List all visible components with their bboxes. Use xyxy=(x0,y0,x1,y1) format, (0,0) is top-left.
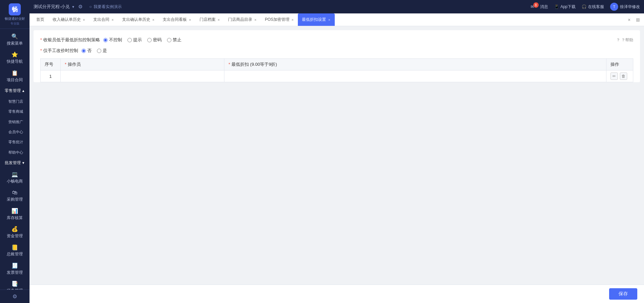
tab-store-catalog[interactable]: 门店商品目录 × xyxy=(224,13,261,26)
help-link[interactable]: ？ ？帮助 xyxy=(616,37,633,43)
tab-menu-icon[interactable]: ⊞ xyxy=(635,16,641,23)
tab-min-discount[interactable]: 最低折扣设置 × xyxy=(298,13,334,26)
sidebar-item-search[interactable]: 🔍 搜索菜单 xyxy=(0,31,30,49)
tabbar-actions: × ⊞ xyxy=(627,16,641,23)
discount-option-no-control[interactable]: 不控制 xyxy=(103,37,122,43)
sidebar-item-wholesale[interactable]: 批发管理 ▼ xyxy=(0,157,30,168)
user-menu[interactable]: T 徐泽华修改 xyxy=(610,3,640,11)
sidebar-item-member[interactable]: 会员中心 xyxy=(0,127,30,137)
sidebar-item-tax[interactable]: 📑 税务管理 xyxy=(0,278,30,290)
sidebar-bottom: ⚙ xyxy=(0,290,30,303)
topbar-right: ✉ 8 消息 📱 App下载 🎧 在线客服 T 徐泽华修改 xyxy=(531,3,640,11)
sidebar-item-help[interactable]: 帮助中心 xyxy=(0,147,30,157)
tab-home[interactable]: 首页 xyxy=(32,13,49,26)
topbar-settings-btn[interactable]: ⚙ xyxy=(78,4,83,10)
tab-close-icon[interactable]: × xyxy=(291,18,293,22)
project-icon: 📋 xyxy=(11,70,18,77)
retail-expand-arrow: ▲ xyxy=(22,89,25,93)
manual-option-yes[interactable]: 是 xyxy=(97,48,107,54)
cell-operator xyxy=(61,70,224,82)
app-logo-icon: 畅 xyxy=(9,3,21,15)
wholesale-expand-arrow: ▼ xyxy=(22,161,25,165)
col-seq: 序号 xyxy=(41,59,61,70)
main-content: 测试分开完程-小兑 ▼ ⚙ ○ 我要看实例演示 ✉ 8 消息 📱 App下载 🎧… xyxy=(30,0,644,303)
sidebar-item-ledger[interactable]: 📒 总账管理 xyxy=(0,242,30,260)
app-logo-text: 畅捷通好业财 xyxy=(5,16,25,21)
sidebar-item-smart-store[interactable]: 智慧门店 xyxy=(0,96,30,106)
edit-row-btn[interactable]: ✏ xyxy=(610,72,618,80)
invoice-icon: 🧾 xyxy=(11,262,18,269)
help-label-text: ？帮助 xyxy=(621,37,633,43)
sidebar-item-ecommerce[interactable]: 💻 小畅电商 xyxy=(0,168,30,187)
tab-close-icon[interactable]: × xyxy=(152,18,154,22)
demo-icon: ○ xyxy=(89,4,92,9)
message-btn[interactable]: ✉ 8 消息 xyxy=(531,4,548,10)
ecommerce-icon: 💻 xyxy=(11,171,18,178)
online-service-btn[interactable]: 🎧 在线客服 xyxy=(582,4,604,10)
tab-income-history[interactable]: 收入确认单历史 × xyxy=(49,13,89,26)
sidebar-item-marketing[interactable]: 营销推广 xyxy=(0,117,30,127)
discount-option-forbid[interactable]: 禁止 xyxy=(167,37,181,43)
tab-store-file[interactable]: 门店档案 × xyxy=(196,13,224,26)
sidebar: 畅 畅捷通好业财 专业版 🔍 搜索菜单 ⭐ 快捷导航 📋 项目合同 零售管理 ▲… xyxy=(0,0,30,303)
sidebar-item-purchase[interactable]: 🛍 采购管理 xyxy=(0,187,30,205)
purchase-icon: 🛍 xyxy=(12,189,17,196)
search-icon: 🔍 xyxy=(11,33,18,40)
content-card: 收银员低于最低折扣控制策略 不控制 提示 密码 xyxy=(34,30,640,82)
project-selector[interactable]: 测试分开完程-小兑 ▼ xyxy=(34,4,75,10)
sidebar-item-project[interactable]: 📋 项目合同 xyxy=(0,67,30,85)
demo-link[interactable]: ○ 我要看实例演示 xyxy=(89,4,121,10)
manual-option-no[interactable]: 否 xyxy=(82,48,92,54)
sidebar-item-invoice[interactable]: 🧾 发票管理 xyxy=(0,260,30,278)
avatar: T xyxy=(610,3,618,11)
sidebar-logo: 畅 畅捷通好业财 专业版 xyxy=(0,0,30,29)
help-icon: ？ xyxy=(616,37,620,43)
app-download-btn[interactable]: 📱 App下载 xyxy=(554,4,576,10)
table-row: 1 ✏ 🗑 xyxy=(41,70,633,82)
tab-pos-encrypt[interactable]: POS加密管理 × xyxy=(261,13,298,26)
discount-option-password[interactable]: 密码 xyxy=(147,37,162,43)
manual-control-row: 仅手工改价时控制 否 是 xyxy=(40,48,633,54)
app-version: 专业版 xyxy=(10,21,19,26)
tab-close-all-icon[interactable]: × xyxy=(627,16,632,23)
cell-ops: ✏ 🗑 xyxy=(606,70,633,82)
manual-control-options: 否 是 xyxy=(82,48,107,54)
page-content: 收银员低于最低折扣控制策略 不控制 提示 密码 xyxy=(30,26,644,285)
inventory-icon: 📊 xyxy=(11,208,18,215)
tab-expense-contract[interactable]: 支出合同 × xyxy=(89,13,118,26)
col-ops: 操作 xyxy=(606,59,633,70)
discount-option-remind[interactable]: 提示 xyxy=(127,37,142,43)
table-header-row: 序号 * 操作员 * 最低折扣 (9.00等于9折) 操作 xyxy=(41,59,633,70)
tax-icon: 📑 xyxy=(11,281,18,288)
project-dropdown-arrow: ▼ xyxy=(71,5,75,9)
download-icon: 📱 xyxy=(554,4,559,9)
sidebar-item-finance[interactable]: 💰 资金管理 xyxy=(0,223,30,241)
sidebar-item-inventory[interactable]: 📊 库存核算 xyxy=(0,205,30,223)
save-button[interactable]: 保存 xyxy=(609,288,637,300)
discount-strategy-options: 不控制 提示 密码 禁止 xyxy=(103,37,181,43)
delete-row-btn[interactable]: 🗑 xyxy=(620,72,627,80)
row-ops: ✏ 🗑 xyxy=(610,72,629,80)
finance-icon: 💰 xyxy=(11,226,18,233)
tab-close-icon[interactable]: × xyxy=(189,18,191,22)
col-operator: * 操作员 xyxy=(61,59,224,70)
tab-close-icon[interactable]: × xyxy=(218,18,220,22)
sidebar-item-retail-mall[interactable]: 零售商城 xyxy=(0,106,30,116)
tab-close-icon[interactable]: × xyxy=(328,18,330,22)
sidebar-item-retail-stats[interactable]: 零售统计 xyxy=(0,137,30,147)
cell-min-discount xyxy=(224,70,606,82)
discount-strategy-row: 收银员低于最低折扣控制策略 不控制 提示 密码 xyxy=(40,37,633,43)
bottom-bar: 保存 xyxy=(30,285,644,303)
tab-close-icon[interactable]: × xyxy=(254,18,256,22)
sidebar-item-retail[interactable]: 零售管理 ▲ xyxy=(0,85,30,96)
tab-bar: 首页 收入确认单历史 × 支出合同 × 支出确认单历史 × 支出合同看板 × 门… xyxy=(30,13,644,26)
star-icon: ⭐ xyxy=(11,51,18,58)
table-wrapper: 序号 * 操作员 * 最低折扣 (9.00等于9折) 操作 xyxy=(40,58,633,82)
tab-close-icon[interactable]: × xyxy=(83,18,85,22)
topbar: 测试分开完程-小兑 ▼ ⚙ ○ 我要看实例演示 ✉ 8 消息 📱 App下载 🎧… xyxy=(30,0,644,13)
tab-expense-board[interactable]: 支出合同看板 × xyxy=(159,13,195,26)
sidebar-item-shortcuts[interactable]: ⭐ 快捷导航 xyxy=(0,49,30,67)
tab-expense-history[interactable]: 支出确认单历史 × xyxy=(118,13,159,26)
settings-icon[interactable]: ⚙ xyxy=(12,293,17,300)
tab-close-icon[interactable]: × xyxy=(111,18,113,22)
